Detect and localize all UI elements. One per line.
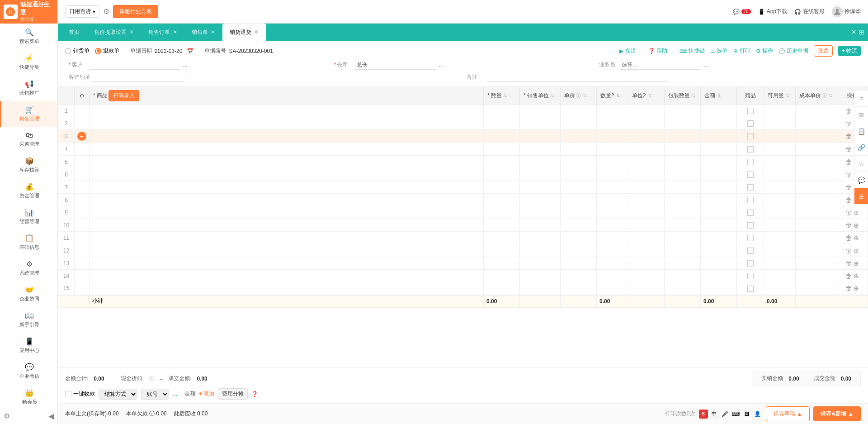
cell-price-3[interactable] <box>561 130 597 143</box>
cell-price-2[interactable] <box>561 117 597 130</box>
cell-qty-8[interactable] <box>484 194 520 206</box>
cell-unit-2[interactable] <box>520 117 561 130</box>
cell-unit2-9[interactable] <box>628 206 665 219</box>
cell-gear-6[interactable] <box>75 168 90 181</box>
cell-cost-2[interactable] <box>796 117 836 130</box>
tab-sales-return[interactable]: 销货退货 ✕ <box>222 24 266 41</box>
gift-checkbox-3[interactable] <box>747 133 754 139</box>
cell-gift-12[interactable] <box>737 244 764 257</box>
user-profile-btn[interactable]: 徐泽华 <box>832 6 861 17</box>
product-input-5[interactable] <box>92 159 481 165</box>
sidebar-item-13[interactable]: 💬企业微信 <box>0 358 57 384</box>
product-input-1[interactable] <box>92 108 481 114</box>
cell-price-11[interactable] <box>561 232 597 244</box>
rs-icon-2[interactable]: ✉ <box>854 107 868 123</box>
cell-cost-5[interactable] <box>796 156 836 168</box>
status-icon-img[interactable]: 🖼 <box>742 410 751 419</box>
row-delete-15[interactable]: 🗑 <box>845 285 852 292</box>
cell-price-1[interactable] <box>561 105 597 117</box>
row-copy-11[interactable]: ⊕ <box>854 234 859 242</box>
app-download-btn[interactable]: 📱 App下载 <box>758 8 787 15</box>
video-btn[interactable]: ▶ 视频 <box>619 47 636 55</box>
cell-cost-4[interactable] <box>796 143 836 156</box>
experience-btn[interactable]: 体验行业方案 <box>113 5 158 18</box>
row-delete-3[interactable]: 🗑 <box>845 133 852 140</box>
cell-qty2-5[interactable] <box>597 156 628 168</box>
cell-pack-10[interactable] <box>665 219 701 232</box>
sidebar-item-9[interactable]: ⚙系统管理 <box>0 255 57 281</box>
product-input-9[interactable] <box>92 210 481 216</box>
select-btn[interactable]: ☰ 选单 <box>710 47 727 55</box>
row-delete-5[interactable]: 🗑 <box>845 158 852 166</box>
rs-icon-6[interactable]: 💬 <box>854 172 868 188</box>
product-input-14[interactable] <box>92 273 481 279</box>
sidebar-item-4[interactable]: 🛍采购管理 <box>0 127 57 152</box>
cell-unit2-14[interactable] <box>628 270 665 282</box>
cell-unit2-15[interactable] <box>628 282 665 295</box>
method-select[interactable]: 结算方式 <box>99 389 137 400</box>
save-draft-btn[interactable]: 保存草稿 ▲ <box>766 406 810 421</box>
salesperson-dots[interactable]: ... <box>704 62 708 68</box>
module-select[interactable]: 日用百货 ▾ <box>65 5 99 18</box>
gift-checkbox-7[interactable] <box>747 184 754 191</box>
cell-product-5[interactable] <box>90 156 484 168</box>
sidebar-item-11[interactable]: 📖新手引导 <box>0 307 57 333</box>
cell-pack-4[interactable] <box>665 143 701 156</box>
row-delete-4[interactable]: 🗑 <box>845 146 852 153</box>
cell-gear-4[interactable] <box>75 143 90 156</box>
cell-product-1[interactable] <box>90 105 484 117</box>
row-delete-10[interactable]: 🗑 <box>845 222 852 229</box>
cell-qty2-3[interactable] <box>597 130 628 143</box>
cell-pack-6[interactable] <box>665 168 701 181</box>
warehouse-input[interactable] <box>355 60 436 70</box>
cell-qty2-1[interactable] <box>597 105 628 117</box>
cell-qty2-8[interactable] <box>597 194 628 206</box>
cell-pack-8[interactable] <box>665 194 701 206</box>
cell-price-4[interactable] <box>561 143 597 156</box>
cell-unit-9[interactable] <box>520 206 561 219</box>
address-input[interactable] <box>93 72 184 82</box>
cell-pack-11[interactable] <box>665 232 701 244</box>
cell-unit-8[interactable] <box>520 194 561 206</box>
rs-icon-5[interactable]: ☆ <box>854 156 868 172</box>
cell-product-13[interactable] <box>90 257 484 270</box>
sidebar-item-12[interactable]: 📱应用中心 <box>0 333 57 358</box>
tab-sales[interactable]: 销售单 ✕ <box>184 24 222 41</box>
gift-checkbox-15[interactable] <box>747 286 754 292</box>
cell-gift-11[interactable] <box>737 232 764 244</box>
row-delete-8[interactable]: 🗑 <box>845 196 852 204</box>
cell-gift-7[interactable] <box>737 181 764 194</box>
gift-checkbox-2[interactable] <box>747 120 754 127</box>
cell-price-12[interactable] <box>561 244 597 257</box>
cell-avail-7[interactable] <box>764 181 796 194</box>
cell-unit2-10[interactable] <box>628 219 665 232</box>
cell-pack-1[interactable] <box>665 105 701 117</box>
rs-icon-1[interactable]: ≡ <box>854 91 868 107</box>
product-input-15[interactable] <box>92 285 481 291</box>
cell-price-7[interactable] <box>561 181 597 194</box>
discount-info-icon[interactable]: ⓘ <box>149 375 154 382</box>
cell-amount-3[interactable] <box>701 130 737 143</box>
gift-checkbox-4[interactable] <box>747 146 754 152</box>
cell-unit2-6[interactable] <box>628 168 665 181</box>
cell-avail-14[interactable] <box>764 270 796 282</box>
cell-avail-8[interactable] <box>764 194 796 206</box>
cell-gift-4[interactable] <box>737 143 764 156</box>
cell-product-8[interactable] <box>90 194 484 206</box>
due-help-icon[interactable]: ⓘ <box>149 410 155 417</box>
calendar-icon[interactable]: 📅 <box>187 48 193 54</box>
type-sales[interactable]: 销货单 <box>65 47 90 55</box>
save-new-btn[interactable]: 保存&新增 ▲ <box>813 406 861 421</box>
cell-qty-12[interactable] <box>484 244 520 257</box>
tab-close-return[interactable]: ✕ <box>254 29 259 35</box>
sidebar-collapse-btn[interactable]: ◀ <box>48 412 54 420</box>
ops-btn[interactable]: ⚙ 操作 <box>756 47 773 55</box>
sidebar-item-8[interactable]: 📋基础信息 <box>0 229 57 255</box>
product-input-8[interactable] <box>92 197 481 203</box>
sidebar-item-14[interactable]: 👑畅会员 <box>0 384 57 408</box>
tab-maximize-btn[interactable]: ⊞ <box>859 28 864 36</box>
message-btn[interactable]: 💬 70 <box>733 9 751 15</box>
cell-unit-10[interactable] <box>520 219 561 232</box>
cell-amount-14[interactable] <box>701 270 737 282</box>
cell-amount-7[interactable] <box>701 181 737 194</box>
